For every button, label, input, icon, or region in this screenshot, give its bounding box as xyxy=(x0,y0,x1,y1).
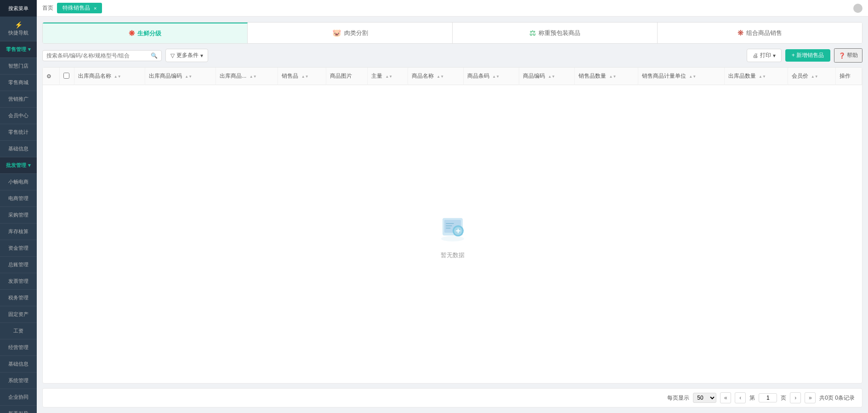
search-input[interactable] xyxy=(46,52,149,59)
tab-meat-split[interactable]: 🐷 肉类分割 xyxy=(248,23,453,43)
sidebar-item-payroll[interactable]: 工资 xyxy=(0,323,37,339)
sort-icon-4: ▲▼ xyxy=(301,75,309,79)
toolbar: 🔍 ▽ 更多条件 ▾ 🖨 打印 ▾ + 新增销售品 ❓ 帮助 xyxy=(42,48,862,63)
sort-icon-10: ▲▼ xyxy=(689,75,696,79)
tab-combo-sales[interactable]: ❋ 组合商品销售 xyxy=(658,23,862,43)
combo-sales-icon: ❋ xyxy=(738,29,743,37)
sidebar-item-inventory[interactable]: 库存核算 xyxy=(0,224,37,240)
sidebar-item-retail-stats[interactable]: 零售统计 xyxy=(0,124,37,141)
user-avatar[interactable] xyxy=(853,4,862,13)
sidebar-item-basic-info[interactable]: 基础信息 xyxy=(0,141,37,157)
sort-icon-5: ▲▼ xyxy=(385,75,392,79)
quick-nav-icon: ⚡ xyxy=(15,21,23,29)
sort-icon: ▲▼ xyxy=(114,75,121,79)
sort-icon-12: ▲▼ xyxy=(811,75,818,79)
meat-split-icon: 🐷 xyxy=(332,29,341,37)
sidebar: 搜索菜单 ⚡ 快捷导航 零售管理 ▾ 智慧门店 零售商城 营销推广 会员中心 零… xyxy=(0,0,37,413)
sidebar-item-member-center[interactable]: 会员中心 xyxy=(0,108,37,124)
sort-icon-7: ▲▼ xyxy=(492,75,499,79)
tab-weigh-prepack[interactable]: ⚖ 称重预包装商品 xyxy=(453,23,658,43)
th-out-product-x[interactable]: 出库商品... ▲▼ xyxy=(216,68,278,85)
th-out-qty[interactable]: 出库品数量 ▲▼ xyxy=(724,68,788,85)
first-page-button[interactable]: « xyxy=(720,392,731,403)
th-sale-unit[interactable]: 销售商品计量单位 ▲▼ xyxy=(638,68,724,85)
breadcrumb-home[interactable]: 首页 xyxy=(42,4,53,12)
search-icon: 🔍 xyxy=(151,52,158,59)
sort-icon-11: ▲▼ xyxy=(759,75,766,79)
sidebar-item-newbie[interactable]: 新手引导 xyxy=(0,406,37,413)
sort-icon-3: ▲▼ xyxy=(250,75,257,79)
per-page-select[interactable]: 50 10 20 100 xyxy=(693,393,716,403)
chevron-down-icon: ▾ xyxy=(28,46,31,52)
top-right-area xyxy=(853,4,862,13)
sidebar-item-marketing[interactable]: 营销推广 xyxy=(0,91,37,108)
th-sale-qty[interactable]: 销售品数量 ▲▼ xyxy=(575,68,638,85)
data-table: ⚙ 出库商品名称 ▲▼ 出库商品编码 ▲▼ 出库商品... ▲▼ xyxy=(43,68,862,85)
table-header: ⚙ 出库商品名称 ▲▼ 出库商品编码 ▲▼ 出库商品... ▲▼ xyxy=(43,68,862,85)
th-out-product-code[interactable]: 出库商品编码 ▲▼ xyxy=(145,68,216,85)
select-all-checkbox[interactable] xyxy=(63,73,69,79)
prev-page-button[interactable]: ‹ xyxy=(735,392,746,403)
chevron-down-icon-filter: ▾ xyxy=(200,52,203,59)
print-button[interactable]: 🖨 打印 ▾ xyxy=(747,49,782,62)
th-checkbox[interactable] xyxy=(59,68,74,85)
sidebar-item-wholesale-mgmt[interactable]: 批发管理 ▾ xyxy=(0,157,37,174)
th-out-product-name[interactable]: 出库商品名称 ▲▼ xyxy=(74,68,145,85)
sidebar-item-basic-info2[interactable]: 基础信息 xyxy=(0,356,37,373)
filter-icon: ▽ xyxy=(170,52,175,59)
add-product-button[interactable]: + 新增销售品 xyxy=(785,49,830,62)
help-button[interactable]: ❓ 帮助 xyxy=(834,48,862,63)
sidebar-item-quick-nav[interactable]: ⚡ 快捷导航 xyxy=(0,17,37,41)
th-main-weight[interactable]: 主量 ▲▼ xyxy=(368,68,408,85)
nav-tag-close-icon[interactable]: × xyxy=(94,6,96,11)
page-number-input[interactable] xyxy=(759,393,777,402)
sort-icon-9: ▲▼ xyxy=(609,75,617,79)
th-operation: 操作 xyxy=(835,68,862,85)
main-content: 首页 特殊销售品 × ❋ 生鲜分级 🐷 肉类分割 ⚖ 称重预包装商品 xyxy=(37,0,868,413)
sidebar-item-smart-store[interactable]: 智慧门店 xyxy=(0,58,37,75)
svg-point-0 xyxy=(441,236,464,241)
sidebar-item-invoice-mgmt[interactable]: 发票管理 xyxy=(0,273,37,290)
print-icon: 🖨 xyxy=(753,52,758,59)
empty-state-text: 暂无数据 xyxy=(441,251,465,259)
chevron-down-icon-2: ▾ xyxy=(28,162,31,168)
sidebar-item-enterprise[interactable]: 企业协同 xyxy=(0,389,37,406)
print-dropdown-icon: ▾ xyxy=(773,52,776,59)
sidebar-item-mini-store[interactable]: 小畅电商 xyxy=(0,174,37,190)
th-product-code[interactable]: 商品编码 ▲▼ xyxy=(519,68,575,85)
sidebar-item-retail-mall[interactable]: 零售商城 xyxy=(0,75,37,91)
active-nav-tag[interactable]: 特殊销售品 × xyxy=(57,3,102,13)
sidebar-logo[interactable]: 搜索菜单 xyxy=(0,0,37,17)
search-box[interactable]: 🔍 xyxy=(42,50,162,61)
fresh-grade-icon: ❋ xyxy=(129,29,135,38)
sidebar-item-purchase-mgmt[interactable]: 采购管理 xyxy=(0,207,37,224)
pagination-bar: 每页显示 50 10 20 100 « ‹ 第 页 › » 共0页 0条记录 xyxy=(42,388,862,407)
sidebar-item-capital-mgmt[interactable]: 资金管理 xyxy=(0,240,37,257)
th-member-price[interactable]: 会员价 ▲▼ xyxy=(788,68,835,85)
sidebar-item-ledger-mgmt[interactable]: 总账管理 xyxy=(0,257,37,273)
weigh-prepack-icon: ⚖ xyxy=(529,29,536,37)
per-page-label: 每页显示 xyxy=(667,394,689,402)
last-page-button[interactable]: » xyxy=(805,392,816,403)
sort-icon-6: ▲▼ xyxy=(437,75,444,79)
th-product-barcode[interactable]: 商品条码 ▲▼ xyxy=(463,68,519,85)
sidebar-item-system-mgmt[interactable]: 系统管理 xyxy=(0,373,37,389)
empty-state: 暂无数据 xyxy=(43,85,862,383)
th-sale-product[interactable]: 销售品 ▲▼ xyxy=(278,68,326,85)
sidebar-item-tax-mgmt[interactable]: 税务管理 xyxy=(0,290,37,306)
th-product-image[interactable]: 商品图片 xyxy=(326,68,367,85)
th-settings[interactable]: ⚙ xyxy=(43,68,59,85)
total-label: 共0页 0条记录 xyxy=(819,394,855,402)
sidebar-item-ops-mgmt[interactable]: 经营管理 xyxy=(0,339,37,356)
sidebar-item-ecommerce-mgmt[interactable]: 电商管理 xyxy=(0,190,37,207)
page-label-before: 第 xyxy=(749,394,755,402)
next-page-button[interactable]: › xyxy=(790,392,801,403)
tab-fresh-grade[interactable]: ❋ 生鲜分级 xyxy=(43,23,248,43)
empty-state-icon xyxy=(434,209,471,246)
sidebar-item-retail-mgmt[interactable]: 零售管理 ▾ xyxy=(0,41,37,58)
tab-bar: ❋ 生鲜分级 🐷 肉类分割 ⚖ 称重预包装商品 ❋ 组合商品销售 xyxy=(42,22,862,44)
page-label: 页 xyxy=(781,394,786,402)
filter-button[interactable]: ▽ 更多条件 ▾ xyxy=(165,49,208,62)
th-product-name[interactable]: 商品名称 ▲▼ xyxy=(408,68,463,85)
sidebar-item-fixed-assets[interactable]: 固定资产 xyxy=(0,306,37,323)
